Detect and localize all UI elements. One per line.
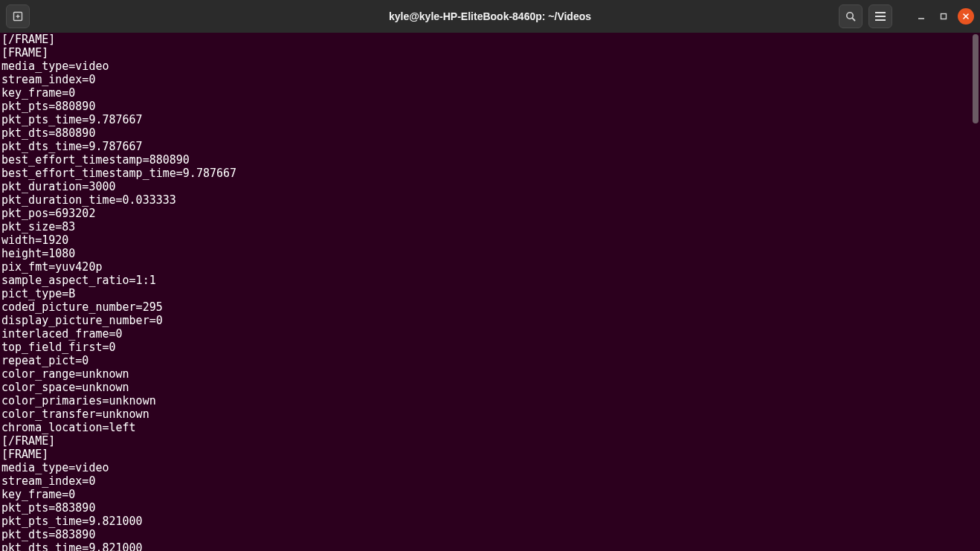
menu-button[interactable] — [868, 4, 892, 28]
terminal-output: [/FRAME] [FRAME] media_type=video stream… — [0, 33, 980, 551]
maximize-button[interactable] — [935, 8, 952, 25]
scrollbar-thumb[interactable] — [973, 34, 979, 123]
close-button[interactable] — [958, 8, 974, 25]
new-tab-icon — [12, 10, 24, 22]
window-title: kyle@kyle-HP-EliteBook-8460p: ~/Videos — [389, 10, 591, 22]
terminal-area[interactable]: [/FRAME] [FRAME] media_type=video stream… — [0, 33, 980, 551]
minimize-button[interactable] — [913, 8, 929, 25]
search-button[interactable] — [839, 4, 863, 28]
minimize-icon — [917, 12, 926, 21]
svg-rect-6 — [941, 14, 947, 19]
new-tab-button[interactable] — [6, 4, 30, 28]
maximize-icon — [939, 12, 948, 21]
hamburger-icon — [875, 12, 886, 21]
svg-line-4 — [852, 18, 854, 20]
search-icon — [845, 10, 857, 22]
close-icon — [962, 13, 970, 20]
titlebar: kyle@kyle-HP-EliteBook-8460p: ~/Videos — [0, 0, 980, 33]
